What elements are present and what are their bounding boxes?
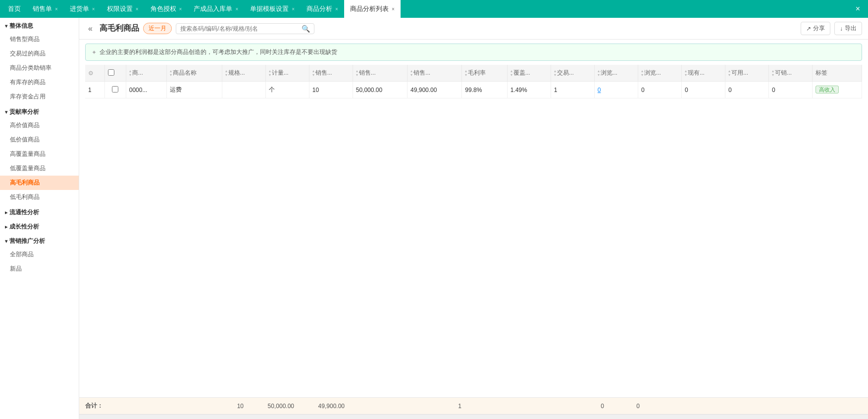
col-header-code[interactable]: ▴▾商...	[126, 65, 167, 82]
nav-close-icon[interactable]: ×	[335, 6, 338, 12]
group-label-text: 营销推广分析	[9, 237, 45, 245]
nav-close-icon[interactable]: ×	[292, 6, 295, 12]
footer-stock-available: 0	[574, 403, 604, 410]
search-icon[interactable]: 🔍	[302, 25, 310, 33]
footer-sales-qty: 10	[214, 403, 244, 410]
group-arrow-icon: ▸	[5, 210, 7, 215]
horizontal-scrollbar[interactable]	[79, 414, 868, 419]
search-box: 🔍	[176, 23, 314, 34]
group-label-text: 流通性分析	[9, 208, 39, 217]
col-header-gear: ⚙	[85, 65, 104, 82]
col-header-stock_current[interactable]: ▴▾现有...	[681, 65, 725, 82]
sidebar-item-低毛利商品[interactable]: 低毛利商品	[0, 190, 79, 204]
nav-item-单据模板设置[interactable]: 单据模板设置 ×	[244, 0, 301, 18]
col-header-sales_amount[interactable]: ▴▾销售...	[353, 65, 407, 82]
row-checkbox[interactable]	[112, 86, 118, 93]
sidebar-group-营销推广分析[interactable]: ▾营销推广分析	[0, 233, 79, 247]
sidebar-item-低价值商品[interactable]: 低价值商品	[0, 133, 79, 147]
content-area: « 高毛利商品 近一月 🔍 ↗ 分享 ↓ 导出 ✦ 企业的主要的利润都是这部分商…	[79, 18, 868, 419]
nav-item-产成品入库单[interactable]: 产成品入库单 ×	[188, 0, 244, 18]
sidebar-item-高覆盖量商品[interactable]: 高覆盖量商品	[0, 147, 79, 161]
nav-close-icon[interactable]: ×	[55, 6, 58, 12]
table-footer: 合计： 10 50,000.00 49,900.00 1 0 0	[79, 397, 868, 414]
sidebar-group-成长性分析[interactable]: ▸成长性分析	[0, 219, 79, 233]
data-table: ⚙▴▾商...▴▾商品名称▴▾规格...▴▾计量...▴▾销售...▴▾销售..…	[85, 65, 862, 98]
col-header-spec[interactable]: ▴▾规格...	[222, 65, 265, 82]
close-all-button[interactable]: ×	[850, 4, 866, 13]
sidebar-item-高价值商品[interactable]: 高价值商品	[0, 118, 79, 133]
nav-close-icon[interactable]: ×	[392, 6, 395, 12]
sort-icon: ▴▾	[170, 69, 172, 77]
col-header-coverage[interactable]: ▴▾覆盖...	[507, 65, 551, 82]
group-label-text: 贡献率分析	[9, 108, 39, 116]
collapse-button[interactable]: «	[85, 23, 96, 34]
sidebar-item-销售型商品[interactable]: 销售型商品	[0, 32, 79, 47]
nav-close-icon[interactable]: ×	[136, 6, 139, 12]
cell-tag: 高收入	[813, 82, 862, 98]
export-button[interactable]: ↓ 导出	[834, 22, 862, 35]
nav-item-销售单[interactable]: 销售单 ×	[27, 0, 64, 18]
cell-sales_qty: 10	[309, 82, 353, 98]
search-input[interactable]	[180, 25, 302, 32]
cell-stock_available: 0	[725, 82, 769, 98]
sidebar-item-高毛利商品[interactable]: 高毛利商品	[0, 176, 79, 190]
footer-trade: 1	[432, 403, 461, 410]
group-arrow-icon: ▾	[5, 109, 7, 115]
cell-spec	[222, 82, 265, 98]
cell-index: 1	[85, 82, 104, 98]
col-header-browse2[interactable]: ▴▾浏览...	[638, 65, 681, 82]
sidebar-item-新品[interactable]: 新品	[0, 262, 79, 276]
nav-item-角色授权[interactable]: 角色授权 ×	[145, 0, 188, 18]
main-layout: ▾整体信息销售型商品交易过的商品商品分类助销率有库存的商品库存资金占用▾贡献率分…	[0, 18, 868, 419]
sidebar-group-贡献率分析[interactable]: ▾贡献率分析	[0, 104, 79, 118]
action-buttons: ↗ 分享 ↓ 导出	[801, 22, 862, 35]
nav-item-进货单[interactable]: 进货单 ×	[64, 0, 101, 18]
nav-item-商品分析列表[interactable]: 商品分析列表 ×	[344, 0, 401, 18]
sidebar-item-库存资金占用[interactable]: 库存资金占用	[0, 90, 79, 104]
col-header-gross_margin[interactable]: ▴▾毛利率	[462, 65, 507, 82]
header-row: ⚙▴▾商...▴▾商品名称▴▾规格...▴▾计量...▴▾销售...▴▾销售..…	[85, 65, 862, 82]
sort-icon: ▴▾	[728, 69, 730, 77]
sidebar-item-商品分类助销率[interactable]: 商品分类助销率	[0, 61, 79, 75]
sort-icon: ▴▾	[641, 69, 643, 77]
sort-icon: ▴▾	[685, 69, 687, 77]
nav-item-商品分析[interactable]: 商品分析 ×	[301, 0, 344, 18]
nav-item-权限设置[interactable]: 权限设置 ×	[101, 0, 145, 18]
col-header-trade[interactable]: ▴▾交易...	[551, 65, 594, 82]
col-header-sales_cost[interactable]: ▴▾销售...	[408, 65, 462, 82]
col-header-browse1[interactable]: ▴▾浏览...	[594, 65, 638, 82]
group-label-text: 成长性分析	[9, 223, 39, 231]
col-header-stock_saleable[interactable]: ▴▾可销...	[769, 65, 813, 82]
nav-close-icon[interactable]: ×	[235, 6, 238, 12]
group-arrow-icon: ▾	[5, 238, 7, 244]
sidebar-group-整体信息[interactable]: ▾整体信息	[0, 18, 79, 32]
sidebar-item-有库存的商品[interactable]: 有库存的商品	[0, 75, 79, 90]
select-all-checkbox[interactable]	[108, 69, 114, 76]
col-header-unit[interactable]: ▴▾计量...	[265, 65, 309, 82]
cell-coverage: 1.49%	[507, 82, 551, 98]
sort-icon: ▴▾	[312, 69, 314, 77]
info-banner: ✦ 企业的主要的利润都是这部分商品创造的，可考虑加大推广，同时关注库存是不要出现…	[85, 44, 862, 61]
col-header-stock_available[interactable]: ▴▾可用...	[725, 65, 769, 82]
browse-link[interactable]: 0	[598, 87, 601, 93]
nav-item-首页[interactable]: 首页	[2, 0, 27, 18]
tip-icon: ✦	[92, 49, 97, 56]
nav-close-icon[interactable]: ×	[92, 6, 95, 12]
sidebar-group-流通性分析[interactable]: ▸流通性分析	[0, 204, 79, 219]
sidebar-item-全部商品[interactable]: 全部商品	[0, 247, 79, 262]
sidebar-item-低覆盖量商品[interactable]: 低覆盖量商品	[0, 161, 79, 176]
gear-icon[interactable]: ⚙	[88, 70, 94, 77]
footer-sales-amount: 50,000.00	[250, 403, 294, 410]
col-header-name[interactable]: ▴▾商品名称	[167, 65, 222, 82]
content-header: « 高毛利商品 近一月 🔍 ↗ 分享 ↓ 导出	[79, 18, 868, 40]
nav-close-icon[interactable]: ×	[179, 6, 182, 12]
share-button[interactable]: ↗ 分享	[801, 22, 830, 35]
footer-total-label: 合计：	[85, 402, 103, 410]
footer-stock-saleable: 0	[610, 403, 640, 410]
cell-browse2: 0	[638, 82, 681, 98]
filter-button[interactable]: 近一月	[143, 23, 172, 34]
sidebar-item-交易过的商品[interactable]: 交易过的商品	[0, 47, 79, 61]
col-header-sales_qty[interactable]: ▴▾销售...	[309, 65, 353, 82]
table-wrapper: ⚙▴▾商...▴▾商品名称▴▾规格...▴▾计量...▴▾销售...▴▾销售..…	[79, 65, 868, 397]
group-arrow-icon: ▾	[5, 23, 7, 29]
